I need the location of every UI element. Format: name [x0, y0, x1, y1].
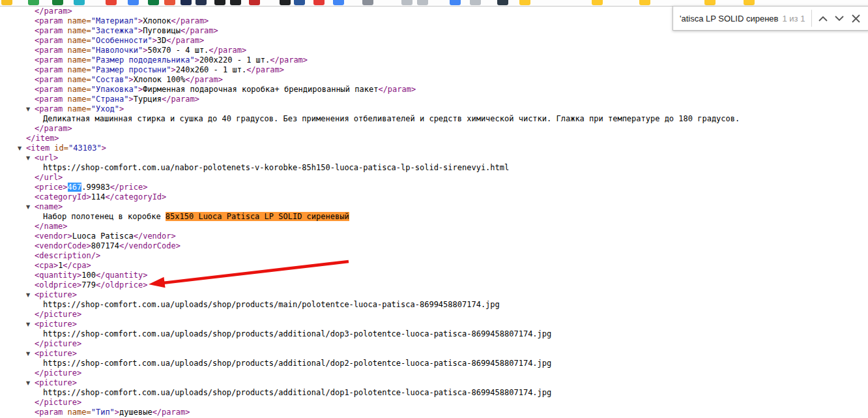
collapse-toggle-icon[interactable]: ▼ — [26, 378, 35, 388]
xml-tag: <param — [35, 75, 68, 84]
xml-tag: <param — [35, 85, 68, 94]
collapse-toggle-icon[interactable]: ▼ — [26, 349, 35, 359]
tab-favicon[interactable] — [181, 0, 192, 5]
tab-favicon[interactable] — [639, 0, 650, 5]
xml-line: ▼<picture> — [0, 378, 868, 388]
xml-val: "Страна" — [91, 95, 129, 104]
xml-tag: </picture> — [35, 339, 81, 348]
xml-line: <param name="Упаковка">Фирменная подароч… — [0, 85, 868, 95]
collapse-toggle-icon[interactable]: ▼ — [26, 153, 35, 163]
xml-line: ▼<url> — [0, 153, 868, 163]
tab-favicon[interactable] — [195, 0, 207, 5]
xml-line: https://shop-comfort.com.ua/uploads/shop… — [0, 359, 868, 368]
xml-line: ▼<name> — [0, 202, 868, 212]
xml-tag: <oldprice> — [35, 280, 81, 290]
collapse-toggle-icon[interactable]: ▼ — [26, 320, 35, 329]
tab-favicon[interactable] — [744, 0, 755, 5]
collapse-toggle-icon[interactable]: ▼ — [26, 202, 35, 212]
xml-line: ▼<picture> — [0, 320, 868, 329]
xml-tag: </url> — [35, 173, 63, 182]
xml-line: <param name="Страна">Турция</param> — [0, 95, 868, 104]
tab-favicon[interactable] — [164, 0, 175, 5]
find-previous-button[interactable] — [815, 9, 831, 27]
xml-line: ▼<param name="Уход"> — [0, 104, 868, 114]
tab-favicon[interactable] — [362, 0, 373, 5]
tab-favicon[interactable] — [294, 0, 305, 5]
find-close-button[interactable] — [848, 9, 864, 27]
xml-val: "Состав" — [91, 75, 129, 84]
xml-tag: <param — [35, 408, 68, 417]
xml-tag: <description/> — [35, 251, 100, 260]
tab-favicon[interactable] — [280, 0, 291, 5]
collapse-toggle-icon[interactable]: ▼ — [26, 290, 35, 300]
close-icon — [852, 14, 860, 23]
xml-text: https://shop-comfort.com.ua/uploads/shop… — [43, 359, 551, 368]
xml-attr: id= — [54, 143, 68, 153]
xml-text: 200x220 - 1 шт. — [199, 55, 270, 65]
tab-favicon[interactable] — [401, 0, 412, 5]
xml-tag: </param> — [171, 16, 209, 25]
xml-tag: <picture> — [35, 320, 77, 329]
xml-tag: </param> — [35, 124, 72, 133]
xml-line: </picture> — [0, 368, 868, 378]
tab-favicon[interactable] — [214, 0, 225, 5]
xml-text: Набор полотенец в коробке — [43, 212, 166, 221]
tab-favicon[interactable] — [470, 0, 481, 5]
tab-favicon[interactable] — [106, 0, 117, 5]
tab-favicon[interactable] — [249, 0, 260, 5]
collapse-toggle-icon[interactable]: ▼ — [18, 143, 26, 153]
xml-val: "Особенности" — [91, 36, 152, 45]
xml-line: <description/> — [0, 251, 868, 261]
xml-line: <quantity>100</quantity> — [0, 271, 868, 280]
xml-line: https://shop-comfort.com.ua/uploads/shop… — [0, 388, 868, 398]
xml-line: https://shop-comfort.com.ua/nabor-polote… — [0, 163, 868, 173]
tab-favicon[interactable] — [28, 0, 39, 5]
tab-favicon[interactable] — [74, 0, 85, 5]
xml-tag: <param — [35, 95, 68, 104]
xml-text: 50x70 - 4 шт. — [147, 46, 209, 55]
xml-attr: name= — [68, 85, 91, 94]
xml-tag: </name> — [35, 222, 68, 231]
xml-tag: </param> — [166, 36, 204, 45]
xml-line: <cpa>1</cpa> — [0, 261, 868, 271]
collapse-toggle-icon[interactable]: ▼ — [26, 104, 35, 114]
xml-line: <param name="Размер простыни">240x260 - … — [0, 65, 868, 75]
tab-favicon[interactable] — [313, 0, 325, 5]
xml-tag: <param — [35, 36, 68, 45]
find-query-input[interactable]: 'atisca LP SOLID сиреневый — [680, 14, 779, 23]
find-match-count: 1 из 1 — [783, 14, 805, 23]
tab-favicon[interactable] — [704, 0, 716, 5]
xml-attr: name= — [68, 36, 91, 45]
tab-favicon[interactable] — [230, 0, 241, 5]
xml-text: Хлопок 100% — [134, 75, 185, 84]
tab-favicon[interactable] — [128, 0, 139, 5]
xml-line: ▼<item id="43103"> — [0, 143, 868, 153]
xml-line: <param name="Размер пододеяльника">200x2… — [0, 55, 868, 65]
xml-line: <param name="Тип">душевые</param> — [0, 408, 868, 417]
xml-tag: <picture> — [35, 349, 77, 358]
xml-line: <param name="Наволочки">50x70 - 4 шт.</p… — [0, 46, 868, 55]
tab-favicon[interactable] — [592, 0, 603, 5]
tab-favicon[interactable] — [497, 0, 508, 5]
tab-favicon[interactable] — [519, 0, 530, 5]
xml-attr: name= — [68, 16, 91, 25]
xml-val: "Размер простыни" — [91, 65, 171, 74]
tab-favicon[interactable] — [333, 0, 344, 5]
tab-favicon[interactable] — [450, 0, 461, 5]
tab-favicon[interactable] — [52, 0, 63, 5]
chevron-up-icon — [818, 16, 828, 22]
tab-favicon[interactable] — [148, 0, 159, 5]
xml-tag: </cpa> — [63, 261, 91, 270]
xml-line: </picture> — [0, 398, 868, 408]
xml-text: Турция — [134, 95, 162, 104]
xml-line: <price>467.99983</price> — [0, 183, 868, 192]
xml-tag: </item> — [26, 134, 59, 143]
xml-line: https://shop-comfort.com.ua/uploads/shop… — [0, 300, 868, 310]
find-next-button[interactable] — [832, 9, 848, 27]
xml-line: https://shop-comfort.com.ua/uploads/shop… — [0, 329, 868, 339]
xml-tag: <name> — [35, 202, 63, 211]
tab-favicon[interactable] — [1, 0, 12, 5]
tab-favicon[interactable] — [417, 0, 428, 5]
xml-text: Фирменная подарочная коробка+ брендирова… — [143, 85, 378, 94]
xml-text: 100 — [81, 271, 96, 280]
